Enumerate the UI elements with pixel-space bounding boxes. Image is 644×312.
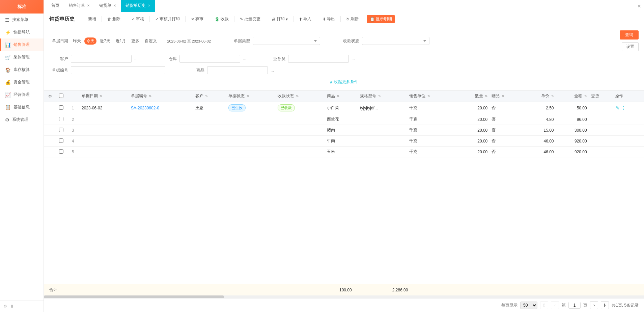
row-checkbox[interactable]: [59, 105, 63, 110]
scrollbar-thumb[interactable]: [44, 295, 224, 298]
new-button[interactable]: + 新增: [82, 15, 99, 23]
customer-dots[interactable]: ...: [134, 56, 138, 61]
date-tag-custom[interactable]: 自定义: [143, 37, 159, 45]
salesperson-input[interactable]: [288, 55, 349, 63]
sidebar-item-ops-mgmt[interactable]: 📈 经营管理: [0, 88, 44, 101]
horizontal-scrollbar[interactable]: [44, 295, 644, 298]
cell-check[interactable]: [56, 147, 66, 157]
close-all-tabs[interactable]: ✕: [637, 3, 641, 9]
sidebar-item-purchase-mgmt[interactable]: 🛒 采购管理: [0, 51, 44, 63]
payment-status-select[interactable]: [362, 37, 429, 45]
tab-home[interactable]: 首页: [47, 0, 64, 12]
collect-button[interactable]: 💲 收款: [212, 15, 231, 23]
cell-unit-price: 46.00: [523, 147, 556, 157]
sidebar-item-base-info[interactable]: 📋 基础信息: [0, 101, 44, 113]
edit-action-icon[interactable]: ✎: [616, 105, 620, 111]
more-action-icon[interactable]: ⋮: [621, 105, 626, 111]
warehouse-input[interactable]: [179, 55, 240, 63]
cell-unit: 千克: [407, 102, 456, 114]
sidebar-item-sys-mgmt[interactable]: ⚙ 系统管理: [0, 113, 44, 126]
date-tag-more[interactable]: 更多: [129, 37, 141, 45]
cell-payment-status: [276, 147, 325, 157]
audit-button[interactable]: ✓ 审核: [129, 15, 147, 23]
refresh-button[interactable]: ↻ 刷新: [343, 15, 361, 23]
pause-icon[interactable]: ⏸: [10, 304, 14, 309]
doc-number-filter-group: 单据编号: [49, 66, 165, 74]
sidebar-item-inventory[interactable]: 🏠 库存核算: [0, 63, 44, 76]
cell-check[interactable]: [56, 114, 66, 125]
prev-page-button[interactable]: ‹: [551, 301, 559, 309]
col-header-amount[interactable]: 金额 ⇅: [556, 90, 589, 102]
first-page-button[interactable]: ⟪: [540, 301, 548, 309]
show-detail-button[interactable]: 📋 显示明细: [367, 15, 395, 23]
sort-icon: ⇅: [337, 94, 339, 98]
cell-doc-number[interactable]: [129, 136, 193, 147]
discard-button[interactable]: ✕ 弃审: [188, 15, 206, 23]
row-checkbox[interactable]: [59, 117, 63, 121]
date-tag-last7days[interactable]: 近7天: [98, 37, 112, 45]
cell-doc-number[interactable]: [129, 147, 193, 157]
col-header-spec[interactable]: 规格型号 ⇅: [358, 90, 407, 102]
sidebar-item-quick-nav[interactable]: ⚡ 快捷导航: [0, 26, 44, 38]
tab-sales-delivery-close[interactable]: ✕: [113, 4, 116, 7]
query-button[interactable]: 查询: [620, 30, 639, 40]
cell-doc-number[interactable]: [129, 114, 193, 125]
doc-type-select[interactable]: [253, 37, 320, 45]
col-header-quantity[interactable]: 数量 ⇅: [456, 90, 489, 102]
delete-button[interactable]: 🗑 删除: [105, 15, 123, 23]
next-page-button[interactable]: ›: [590, 301, 598, 309]
cell-check[interactable]: [56, 125, 66, 136]
col-header-unit[interactable]: 销售单位 ⇅: [407, 90, 456, 102]
sidebar-item-search-menu[interactable]: ☰ 搜索菜单: [0, 14, 44, 26]
tab-sales-order-close[interactable]: ✕: [87, 4, 90, 7]
col-header-payment-status[interactable]: 收款状态 ⇅: [276, 90, 325, 102]
cell-doc-number[interactable]: [129, 125, 193, 136]
audit-print-button[interactable]: ✓ 审核并打印: [152, 15, 183, 23]
cell-check[interactable]: [56, 136, 66, 147]
import-button[interactable]: ⬆ 导入: [296, 15, 314, 23]
row-checkbox[interactable]: [59, 128, 63, 132]
col-header-setting[interactable]: ⚙: [44, 90, 56, 102]
tab-sales-order[interactable]: 销售订单 ✕: [64, 0, 94, 12]
col-header-gift[interactable]: 赠品 ⇅: [489, 90, 523, 102]
export-button[interactable]: ⬇ 导出: [320, 15, 338, 23]
date-tag-last1month[interactable]: 近1月: [114, 37, 128, 45]
col-header-doc-status[interactable]: 单据状态 ⇅: [226, 90, 276, 102]
col-header-goods[interactable]: 商品 ⇅: [325, 90, 358, 102]
cell-doc-number[interactable]: SA-20230602-0: [129, 102, 193, 114]
last-page-button[interactable]: ⟫: [601, 301, 609, 309]
col-header-check[interactable]: [56, 90, 66, 102]
row-checkbox[interactable]: [59, 138, 63, 143]
salesperson-dots[interactable]: ...: [352, 56, 355, 61]
col-header-unit-price[interactable]: 单价 ⇅: [523, 90, 556, 102]
page-input[interactable]: [568, 302, 581, 309]
tab-sales-delivery[interactable]: 销货单 ✕: [94, 0, 121, 12]
settings-icon[interactable]: ⚙: [3, 304, 7, 309]
tab-bar: 首页 销售订单 ✕ 销货单 ✕ 销货单历史 ✕ ✕: [44, 0, 644, 12]
col-header-doc-number[interactable]: 单据编号 ⇅: [129, 90, 193, 102]
page-size-select[interactable]: 50 10 20 100: [520, 302, 537, 309]
customer-input[interactable]: [71, 55, 132, 63]
sidebar-item-sales-mgmt[interactable]: 📊 销售管理: [0, 38, 44, 51]
cell-gift: 否: [489, 114, 523, 125]
filter-setting-button[interactable]: 设置: [622, 42, 639, 51]
doc-type-label: 单据类型: [231, 38, 250, 44]
date-tag-yesterday[interactable]: 昨天: [71, 37, 83, 45]
col-header-customer[interactable]: 客户 ⇅: [193, 90, 226, 102]
goods-dots[interactable]: ...: [271, 68, 274, 73]
row-checkbox[interactable]: [59, 149, 63, 154]
print-button[interactable]: 🖨 打印 ▾: [269, 15, 290, 23]
goods-input[interactable]: [207, 66, 268, 74]
collapse-button[interactable]: ∧ 收起更多条件: [330, 79, 358, 85]
cell-check[interactable]: [56, 102, 66, 114]
date-tag-today[interactable]: 今天: [84, 37, 96, 45]
col-header-doc-date[interactable]: 单据日期 ⇅: [80, 90, 129, 102]
col-header-transaction: 交货: [589, 90, 613, 102]
sidebar-item-finance[interactable]: 💰 资金管理: [0, 76, 44, 88]
select-all-checkbox[interactable]: [59, 94, 63, 98]
batch-change-button[interactable]: ✎ 批量变更: [237, 15, 263, 23]
tab-sales-history-close[interactable]: ✕: [148, 4, 150, 7]
doc-number-input[interactable]: [71, 66, 165, 74]
tab-sales-history[interactable]: 销货单历史 ✕: [121, 0, 155, 12]
warehouse-dots[interactable]: ...: [243, 56, 246, 61]
